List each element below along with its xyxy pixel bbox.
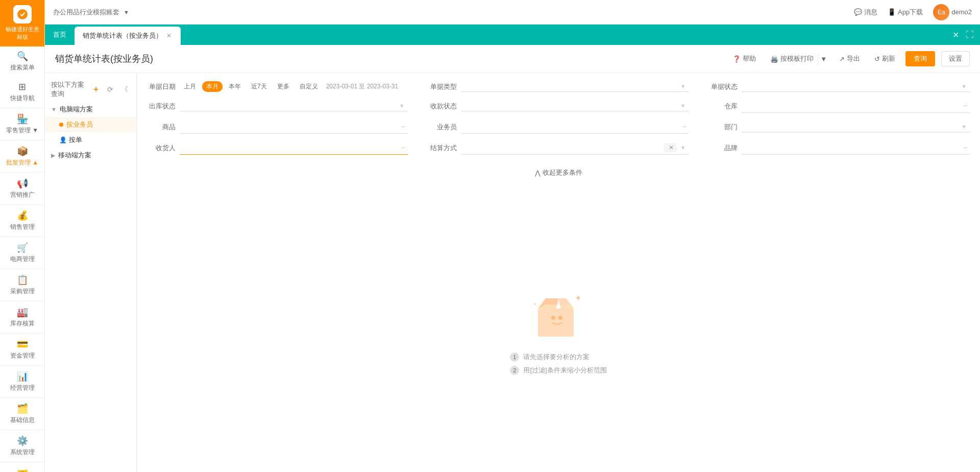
settings-btn[interactable]: 设置 bbox=[941, 51, 970, 66]
purchase-label: 采购管理 bbox=[10, 287, 35, 296]
panel-group-mobile-header[interactable]: ▶ 移动端方案 bbox=[45, 148, 136, 163]
receiver-select[interactable]: ··· bbox=[180, 141, 408, 155]
settlement-tag-close[interactable]: ✕ bbox=[669, 144, 674, 151]
print-dropdown-arrow[interactable]: ▼ bbox=[818, 53, 829, 65]
goods-select[interactable]: ··· bbox=[180, 120, 408, 134]
filter-item-payment: 收款状态 ▼ bbox=[428, 101, 689, 111]
tab-sales-stat[interactable]: 销货单统计表（按业务员） ✕ bbox=[75, 27, 181, 45]
page-header-actions: ❓ 帮助 🖨️ 按模板打印 ▼ ↗ 导出 bbox=[728, 51, 970, 66]
svg-point-4 bbox=[551, 316, 555, 320]
export-icon: ↗ bbox=[839, 55, 845, 63]
panel-item-by-bill[interactable]: 👤 按单 bbox=[45, 132, 136, 148]
basic-icon: 🗂️ bbox=[17, 403, 28, 414]
refresh-scheme-btn[interactable]: ⟳ bbox=[105, 84, 116, 95]
dept-select[interactable]: ▼ bbox=[742, 122, 970, 132]
system-icon: ⚙️ bbox=[17, 435, 28, 446]
receiver-more-icon: ··· bbox=[401, 143, 404, 152]
collapse-label: 收起更多条件 bbox=[543, 168, 582, 177]
tab-bar-actions: ✕ ⛶ bbox=[949, 29, 980, 41]
salesman-select[interactable]: ··· bbox=[461, 120, 689, 134]
sidebar-logo-text: 畅捷通好生意 标版 bbox=[3, 26, 42, 41]
user-profile-btn[interactable]: Ea demo2 bbox=[933, 4, 972, 20]
sidebar-item-enterprise[interactable]: 🤝 企业协同 bbox=[0, 462, 44, 472]
sidebar-item-wholesale[interactable]: 📦 批发管理 ▲ bbox=[0, 140, 44, 173]
sidebar-item-inventory[interactable]: 🏭 库存核算 bbox=[0, 301, 44, 334]
tab-close-icon[interactable]: ✕ bbox=[165, 31, 173, 40]
svg-text:✦: ✦ bbox=[533, 301, 537, 307]
avatar: Ea bbox=[933, 4, 949, 20]
top-right-actions: 💬 消息 📱 App下载 Ea demo2 bbox=[854, 4, 972, 20]
sidebar-item-purchase[interactable]: 📋 采购管理 bbox=[0, 269, 44, 301]
query-btn[interactable]: 查询 bbox=[905, 51, 935, 66]
print-label: 按模板打印 bbox=[780, 54, 814, 63]
filter-item-stock-out: 出库状态 ▼ bbox=[147, 101, 408, 111]
tab-close-all-btn[interactable]: ✕ bbox=[949, 29, 962, 41]
bill-status-select[interactable]: ▼ bbox=[742, 81, 970, 92]
left-panel-icons: + ⟳ 《 bbox=[90, 84, 130, 95]
wholesale-icon: 📦 bbox=[17, 146, 28, 157]
goods-label: 商品 bbox=[147, 123, 176, 132]
message-icon: 💬 bbox=[854, 8, 862, 16]
sidebar-item-basic[interactable]: 🗂️ 基础信息 bbox=[0, 398, 44, 430]
payment-arrow-icon: ▼ bbox=[680, 103, 685, 109]
panel-group-mobile-label: 移动端方案 bbox=[58, 151, 91, 160]
operation-icon: 📊 bbox=[17, 371, 28, 382]
bill-type-select[interactable]: ▼ bbox=[461, 81, 689, 92]
ecommerce-icon: 🛒 bbox=[17, 242, 28, 253]
inventory-icon: 🏭 bbox=[17, 306, 28, 318]
print-btn[interactable]: 🖨️ 按模板打印 bbox=[766, 52, 818, 65]
sidebar-search-item[interactable]: 🔍 搜索菜单 bbox=[0, 46, 44, 76]
empty-svg: ✦ ✦ bbox=[528, 283, 589, 344]
goods-more-icon: ··· bbox=[401, 122, 404, 131]
date-tab-last-month[interactable]: 上月 bbox=[180, 81, 200, 92]
app-download-btn[interactable]: 📱 App下载 bbox=[888, 8, 923, 17]
collapse-btn[interactable]: ⋀ 收起更多条件 bbox=[529, 166, 589, 179]
brand-select[interactable]: ··· bbox=[742, 141, 970, 155]
payment-select[interactable]: ▼ bbox=[461, 101, 689, 111]
panel-group-pc-header[interactable]: ▼ 电脑端方案 bbox=[45, 102, 136, 117]
date-range-text: 2023-03-01 至 2023-03-31 bbox=[326, 82, 398, 91]
sidebar-item-ecommerce[interactable]: 🛒 电商管理 bbox=[0, 237, 44, 269]
export-btn[interactable]: ↗ 导出 bbox=[835, 52, 864, 65]
operation-label: 经营管理 bbox=[10, 384, 35, 392]
refresh-btn[interactable]: ↺ 刷新 bbox=[870, 52, 899, 65]
stock-out-select[interactable]: ▼ bbox=[180, 101, 408, 111]
add-scheme-btn[interactable]: + bbox=[90, 84, 102, 95]
help-icon: ❓ bbox=[732, 55, 741, 63]
message-label: 消息 bbox=[864, 8, 877, 17]
warehouse-select[interactable]: ··· bbox=[742, 99, 970, 113]
account-switcher[interactable]: 办公用品行业模拟账套 ▼ bbox=[53, 8, 129, 17]
sidebar-logo[interactable]: 畅捷通好生意 标版 bbox=[0, 0, 45, 46]
date-tab-more[interactable]: 更多 bbox=[273, 81, 293, 92]
sidebar-item-finance[interactable]: 💳 资金管理 bbox=[0, 334, 44, 366]
export-label: 导出 bbox=[847, 54, 860, 63]
date-tab-this-month[interactable]: 本月 bbox=[202, 81, 223, 92]
tab-bar: 首页 销货单统计表（按业务员） ✕ ✕ ⛶ bbox=[45, 25, 980, 45]
sidebar-item-sales[interactable]: 💰 销售管理 bbox=[0, 205, 44, 237]
empty-tip-2: 2 用[过滤]条件来缩小分析范围 bbox=[510, 366, 606, 375]
print-dropdown-group: 🖨️ 按模板打印 ▼ bbox=[766, 52, 829, 65]
sidebar-item-operation[interactable]: 📊 经营管理 bbox=[0, 366, 44, 398]
finance-icon: 💳 bbox=[17, 339, 28, 350]
refresh-label: 刷新 bbox=[882, 54, 895, 63]
collapse-panel-btn[interactable]: 《 bbox=[119, 84, 130, 95]
panel-item-sales-rep[interactable]: 按业务员 bbox=[45, 117, 136, 132]
sidebar-item-marketing[interactable]: 📢 营销推广 bbox=[0, 173, 44, 205]
message-btn[interactable]: 💬 消息 bbox=[854, 8, 877, 17]
tab-expand-btn[interactable]: ⛶ bbox=[964, 29, 976, 41]
bill-type-arrow-icon: ▼ bbox=[680, 83, 685, 89]
quick-nav-label: 快捷导航 bbox=[10, 94, 35, 103]
dept-arrow-icon: ▼ bbox=[961, 124, 967, 130]
tab-home[interactable]: 首页 bbox=[45, 25, 75, 45]
bill-status-label: 单据状态 bbox=[709, 82, 738, 91]
app-download-label: App下载 bbox=[898, 8, 923, 17]
settlement-select[interactable]: ✕ ▼ bbox=[461, 141, 689, 155]
help-btn[interactable]: ❓ 帮助 bbox=[728, 52, 760, 65]
sidebar-item-quick-nav[interactable]: ⊞ 快捷导航 bbox=[0, 76, 44, 108]
date-tab-this-year[interactable]: 本年 bbox=[225, 81, 245, 92]
help-label: 帮助 bbox=[743, 54, 756, 63]
sidebar-item-system[interactable]: ⚙️ 系统管理 bbox=[0, 430, 44, 462]
date-tab-custom[interactable]: 自定义 bbox=[296, 81, 322, 92]
date-tab-last-7[interactable]: 近7天 bbox=[247, 81, 271, 92]
sidebar-item-retail[interactable]: 🏪 零售管理 ▼ bbox=[0, 108, 44, 140]
